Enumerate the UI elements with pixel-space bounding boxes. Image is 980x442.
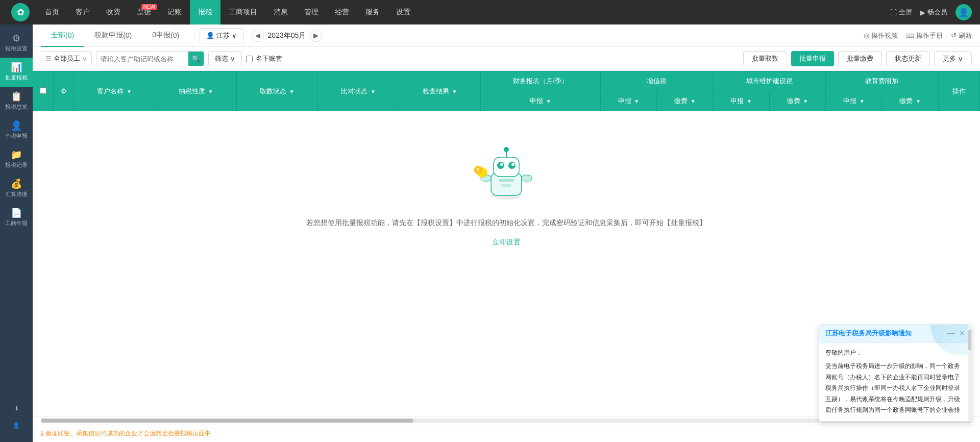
- th-finance-sub: 申报 ▼: [480, 91, 600, 111]
- fullscreen-btn[interactable]: ⛶ 全屏: [890, 8, 912, 17]
- sidebar-label-records: 报税记录: [5, 161, 28, 169]
- notification-close-btn[interactable]: ✕: [959, 330, 965, 337]
- sidebar-item-tax-records[interactable]: 📁 报税记录: [0, 145, 33, 174]
- data-table: ⚙ 客户名称 ▼ 纳税性质 ▼ 取数状态 ▼: [33, 71, 980, 278]
- th-urban-sub: 申报 ▼: [713, 91, 769, 111]
- sidebar-label-annual: 工商年报: [5, 219, 28, 227]
- personal-tax-icon: 👤: [11, 121, 22, 130]
- filter-icon-edu-pay[interactable]: ▼: [916, 99, 921, 104]
- svg-rect-15: [501, 184, 511, 187]
- notification-body: 尊敬的用户： 受当前电子税务局进一步升级的影响，同一个政务网账号（办税人）名下的…: [819, 342, 971, 421]
- sidebar-label-batch-tax: 批量报税: [5, 74, 28, 82]
- next-month-btn[interactable]: ▶: [310, 30, 322, 42]
- filter-icon-finance-sub[interactable]: ▼: [546, 99, 551, 104]
- more-btn[interactable]: 更多 ∨: [934, 51, 972, 66]
- operation-video-btn[interactable]: ◎ 操作视频: [864, 31, 898, 40]
- status-update-btn[interactable]: 状态更新: [886, 51, 930, 66]
- th-edu-pay: 缴费 ▼: [882, 91, 938, 111]
- nav-service[interactable]: 服务: [357, 0, 388, 24]
- region-selector[interactable]: 👤 江苏 ∨: [200, 28, 243, 43]
- nav-client[interactable]: 客户: [67, 0, 98, 24]
- gear-icon[interactable]: ⚙: [61, 87, 67, 95]
- batch-get-btn[interactable]: 批量取数: [743, 51, 787, 66]
- scroll-thumb[interactable]: [41, 419, 413, 423]
- filter-icon-compare[interactable]: ▼: [371, 89, 376, 94]
- nav-business[interactable]: 工商项目: [220, 0, 265, 24]
- th-compare-status: 比对状态 ▼: [318, 71, 399, 111]
- member-btn[interactable]: ▶ 畅会员: [920, 8, 947, 17]
- nav-bookkeeping[interactable]: 记账: [159, 0, 190, 24]
- filter-icon-get[interactable]: ▼: [289, 89, 295, 94]
- prev-month-btn[interactable]: ◀: [252, 30, 264, 42]
- account-checkbox[interactable]: [246, 56, 253, 62]
- nav-tax[interactable]: 报税: [190, 0, 220, 24]
- filter-button[interactable]: 筛选 ∨: [208, 51, 242, 66]
- sidebar-user[interactable]: 👤: [0, 417, 33, 434]
- filter-icon-client[interactable]: ▼: [127, 89, 132, 94]
- sidebar-item-annual-report[interactable]: 📄 工商年报: [0, 203, 33, 232]
- filter-icon-vat-sub[interactable]: ▼: [634, 99, 639, 104]
- th-tax-type: 纳税性质 ▼: [155, 71, 236, 111]
- th-client-name: 客户名称 ▼: [74, 71, 155, 111]
- search-box: 🔍: [96, 51, 204, 66]
- notification-minimize[interactable]: —: [947, 329, 955, 337]
- nav-manage[interactable]: 管理: [296, 0, 327, 24]
- th-vat: 增值税: [600, 71, 713, 91]
- sidebar-item-personal-tax[interactable]: 👤 个税申报: [0, 116, 33, 145]
- settings-icon: ⚙: [12, 34, 20, 43]
- app-logo[interactable]: ✿: [8, 0, 33, 24]
- sidebar-item-batch-tax[interactable]: 📊 批量报税: [0, 58, 33, 87]
- th-urban: 城市维护建设税: [713, 71, 826, 91]
- nav-settings[interactable]: 设置: [388, 0, 419, 24]
- table-body: ¥ 若您想使用批量报税功能，请先在【报税设置】中进行报税的初始化设置，完成密码验…: [33, 111, 980, 278]
- nav-home[interactable]: 首页: [37, 0, 67, 24]
- refresh-btn[interactable]: ↺ 刷新: [951, 31, 972, 40]
- filter-icon-urban-pay[interactable]: ▼: [803, 99, 808, 104]
- batch-pay-btn[interactable]: 批量缴费: [838, 51, 882, 66]
- th-gear: ⚙: [54, 71, 74, 111]
- nav-fee[interactable]: 收费: [98, 0, 129, 24]
- sidebar-item-tax-overview[interactable]: 📋 报税总览: [0, 87, 33, 116]
- th-operation: 操作: [938, 71, 979, 111]
- select-all-checkbox[interactable]: [40, 87, 46, 94]
- separator: |: [193, 32, 195, 39]
- filter-icon-vat-pay[interactable]: ▼: [691, 99, 696, 104]
- more-chevron-icon: ∨: [958, 55, 963, 63]
- toolbar: ☰ 全部员工 ∨ 🔍 筛选 ∨ 名下账套 批量取数 批量申报 批量缴费 状态更新: [33, 47, 980, 71]
- svg-rect-2: [494, 157, 519, 177]
- notification-scroll-thumb: [968, 330, 971, 350]
- batch-tax-icon: 📊: [11, 63, 22, 72]
- search-button[interactable]: 🔍: [188, 51, 204, 66]
- filter-icon-tax-type[interactable]: ▼: [208, 89, 213, 94]
- nav-message[interactable]: 消息: [265, 0, 296, 24]
- sidebar-item-tax-settings[interactable]: ⚙ 报税设置: [0, 29, 33, 58]
- filter-icon-urban-sub[interactable]: ▼: [747, 99, 752, 104]
- th-vat-pay: 缴费 ▼: [657, 91, 713, 111]
- employee-selector[interactable]: ☰ 全部员工 ∨: [41, 51, 92, 66]
- tab-tax-declare[interactable]: 税款申报(0): [84, 24, 142, 47]
- svg-point-5: [500, 163, 503, 166]
- sidebar-bottom: ⬇ 👤: [0, 400, 33, 442]
- tab-all[interactable]: 全部(0): [41, 24, 84, 47]
- filter-icon-edu-sub[interactable]: ▼: [860, 99, 865, 104]
- notification-scrollbar[interactable]: [968, 325, 971, 421]
- notification-header: 江苏电子税务局升级影响通知 — ✕: [819, 325, 971, 342]
- sidebar-item-settlement[interactable]: 💰 汇算清缴: [0, 174, 33, 203]
- svg-text:¥: ¥: [477, 167, 480, 173]
- sidebar-download[interactable]: ⬇: [0, 400, 33, 417]
- svg-point-8: [504, 147, 509, 152]
- account-checkbox-label[interactable]: 名下账套: [246, 54, 282, 63]
- user-avatar[interactable]: 👤: [955, 4, 972, 20]
- sidebar-label-tax-settings: 报税设置: [5, 45, 28, 53]
- chevron-down-icon: ∨: [232, 32, 237, 39]
- settlement-icon: 💰: [11, 179, 22, 188]
- notification-panel: 江苏电子税务局升级影响通知 — ✕ 尊敬的用户： 受当前电子税务局进一步升级的影…: [819, 324, 972, 422]
- batch-declare-btn[interactable]: 批量申报: [791, 51, 834, 66]
- operation-manual-btn[interactable]: 📖 操作手册: [906, 31, 943, 40]
- tab-zero-declare[interactable]: 0申报(0): [142, 24, 189, 47]
- search-input[interactable]: [96, 55, 188, 63]
- setup-link[interactable]: 立即设置: [492, 238, 521, 247]
- nav-invoice[interactable]: 票据 NEW: [129, 0, 159, 24]
- filter-icon-check[interactable]: ▼: [452, 89, 457, 94]
- nav-operation[interactable]: 经营: [327, 0, 357, 24]
